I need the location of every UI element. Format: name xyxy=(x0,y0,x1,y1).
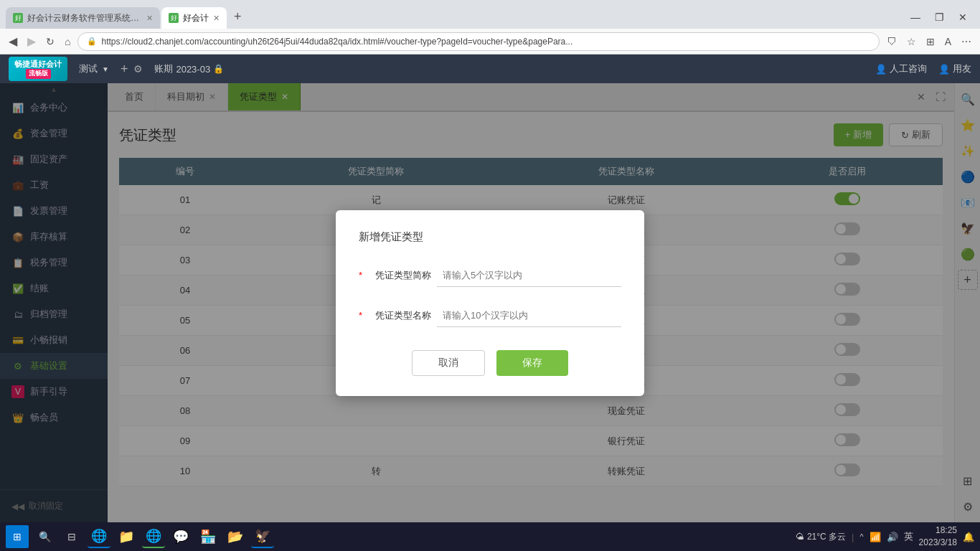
name-input[interactable] xyxy=(437,304,621,327)
form-row-short: * 凭证类型简称 xyxy=(359,264,621,287)
taskbar-lang[interactable]: 英 xyxy=(904,530,913,543)
short-input[interactable] xyxy=(437,264,621,287)
tab-grid-icon[interactable]: ⊞ xyxy=(923,34,938,49)
browser-chrome: 好 好会计云财务软件管理系统_会计 ✕ 好 好会计 ✕ + — ❐ ✕ xyxy=(0,0,980,29)
form-row-name: * 凭证类型名称 xyxy=(359,304,621,327)
tab2-close[interactable]: ✕ xyxy=(213,14,220,23)
explorer-taskbar-icon[interactable]: 📁 xyxy=(115,525,138,548)
app-layout: ▲ 📊 会务中心 💰 资金管理 🏭 固定资产 💼 工资 📄 发票管理 📦 库存核… xyxy=(0,83,980,522)
period-info: 账期 2023-03 🔒 xyxy=(154,62,224,75)
taskbar: ⊞ 🔍 ⊟ 🌐 📁 🌐 💬 🏪 📂 🦅 🌤 21°C 多云 | ^ 📶 🔊 英 … xyxy=(0,522,980,551)
reload-button[interactable]: ↻ xyxy=(43,34,57,49)
taskbar-divider1: | xyxy=(852,532,854,542)
company-selector[interactable]: 测试 ▼ xyxy=(73,60,115,78)
modal-overlay: 新增凭证类型 * 凭证类型简称 * 凭证类型名称 取消 保存 xyxy=(0,83,980,522)
help-button[interactable]: 👤 人工咨询 xyxy=(875,62,927,75)
tab2-label: 好会计 xyxy=(183,12,209,24)
task-view-button[interactable]: ⊟ xyxy=(60,525,83,548)
close-button[interactable]: ✕ xyxy=(954,10,971,24)
taskbar-time: 18:25 xyxy=(919,524,957,537)
wechat-taskbar-icon[interactable]: 💬 xyxy=(169,525,192,548)
header-right: 👤 人工咨询 👤 用友 xyxy=(875,62,971,75)
address-bar: ◀ ▶ ↻ ⌂ 🔒 https://cloud2.chanjet.com/acc… xyxy=(0,29,980,55)
chrome-taskbar-icon[interactable]: 🌐 xyxy=(142,525,165,548)
tab1-label: 好会计云财务软件管理系统_会计 xyxy=(27,12,142,24)
help-label: 人工咨询 xyxy=(890,62,927,75)
minimize-button[interactable]: — xyxy=(906,10,925,24)
taskbar-weather[interactable]: 🌤 21°C 多云 xyxy=(796,531,846,543)
modal-form: * 凭证类型简称 * 凭证类型名称 xyxy=(359,264,621,327)
user-icon: 👤 xyxy=(938,64,950,75)
tab2-favicon: 好 xyxy=(169,13,179,23)
required-star-short: * xyxy=(359,270,362,281)
help-icon: 👤 xyxy=(875,64,887,75)
files-taskbar-icon[interactable]: 📂 xyxy=(224,525,247,548)
address-input-bar[interactable]: 🔒 https://cloud2.chanjet.com/accounting/… xyxy=(77,32,879,51)
back-button[interactable]: ◀ xyxy=(6,33,20,50)
edge2-taskbar-icon[interactable]: 🦅 xyxy=(251,525,274,548)
cancel-button[interactable]: 取消 xyxy=(412,350,485,376)
taskbar-arrow[interactable]: ^ xyxy=(859,532,863,541)
tab1-favicon: 好 xyxy=(13,13,23,23)
logo-sub-badge: 流畅版 xyxy=(26,69,51,79)
start-button[interactable]: ⊞ xyxy=(6,525,29,548)
browser-tab-inactive[interactable]: 好 好会计云财务软件管理系统_会计 ✕ xyxy=(6,7,160,29)
weather-icon: 🌤 xyxy=(796,532,804,542)
extensions-icon[interactable]: ⛉ xyxy=(884,34,900,49)
weather-text: 21°C 多云 xyxy=(807,531,846,543)
bookmark-icon[interactable]: ☆ xyxy=(904,34,919,49)
tab1-close[interactable]: ✕ xyxy=(146,14,153,23)
store-taskbar-icon[interactable]: 🏪 xyxy=(197,525,220,548)
name-label: 凭证类型名称 xyxy=(368,309,431,322)
add-company-button[interactable]: + xyxy=(121,62,128,77)
new-tab-button[interactable]: + xyxy=(228,9,248,29)
windows-icon: ⊞ xyxy=(13,531,22,542)
modal-actions: 取消 保存 xyxy=(359,350,621,376)
taskbar-wifi-icon: 📶 xyxy=(870,532,881,542)
taskbar-notification[interactable]: 🔔 xyxy=(963,532,974,542)
save-button[interactable]: 保存 xyxy=(496,350,568,376)
short-label: 凭证类型简称 xyxy=(368,269,431,282)
edge-taskbar-icon[interactable]: 🌐 xyxy=(88,525,110,548)
taskbar-clock[interactable]: 18:25 2023/3/18 xyxy=(919,524,957,549)
taskbar-right: 🌤 21°C 多云 | ^ 📶 🔊 英 18:25 2023/3/18 🔔 xyxy=(796,524,974,549)
taskbar-volume-icon[interactable]: 🔊 xyxy=(887,532,898,542)
required-star-name: * xyxy=(359,310,362,321)
user-label: 用友 xyxy=(953,62,971,75)
lock-icon: 🔒 xyxy=(87,37,97,46)
app-header: 畅捷通好会计 流畅版 测试 ▼ + ⚙ 账期 2023-03 🔒 👤 人工咨询 … xyxy=(0,55,980,83)
company-dropdown-icon: ▼ xyxy=(102,65,109,73)
logo-main-text: 畅捷通好会计 xyxy=(14,59,62,69)
period-label: 账期 xyxy=(154,62,173,75)
window-controls: — ❐ ✕ xyxy=(906,10,974,29)
taskbar-date: 2023/3/18 xyxy=(919,537,957,549)
company-name: 测试 xyxy=(79,62,98,75)
forward-button[interactable]: ▶ xyxy=(24,33,39,50)
home-button[interactable]: ⌂ xyxy=(62,34,73,49)
modal-title: 新增凭证类型 xyxy=(359,230,621,244)
maximize-button[interactable]: ❐ xyxy=(930,10,948,24)
modal-dialog: 新增凭证类型 * 凭证类型简称 * 凭证类型名称 取消 保存 xyxy=(336,210,644,396)
browser-tab-active[interactable]: 好 好会计 ✕ xyxy=(161,7,227,29)
browser-settings-icon[interactable]: A xyxy=(942,34,954,49)
app-logo: 畅捷通好会计 流畅版 xyxy=(9,57,67,81)
search-taskbar[interactable]: 🔍 xyxy=(33,525,56,548)
header-settings-icon[interactable]: ⚙ xyxy=(133,63,143,75)
more-icon[interactable]: ⋯ xyxy=(958,34,974,49)
period-lock-icon: 🔒 xyxy=(213,64,224,74)
user-button[interactable]: 👤 用友 xyxy=(938,62,971,75)
period-value: 2023-03 xyxy=(176,64,210,75)
address-text: https://cloud2.chanjet.com/accounting/uh… xyxy=(101,37,870,47)
browser-tab-bar: 好 好会计云财务软件管理系统_会计 ✕ 好 好会计 ✕ + xyxy=(6,0,906,29)
